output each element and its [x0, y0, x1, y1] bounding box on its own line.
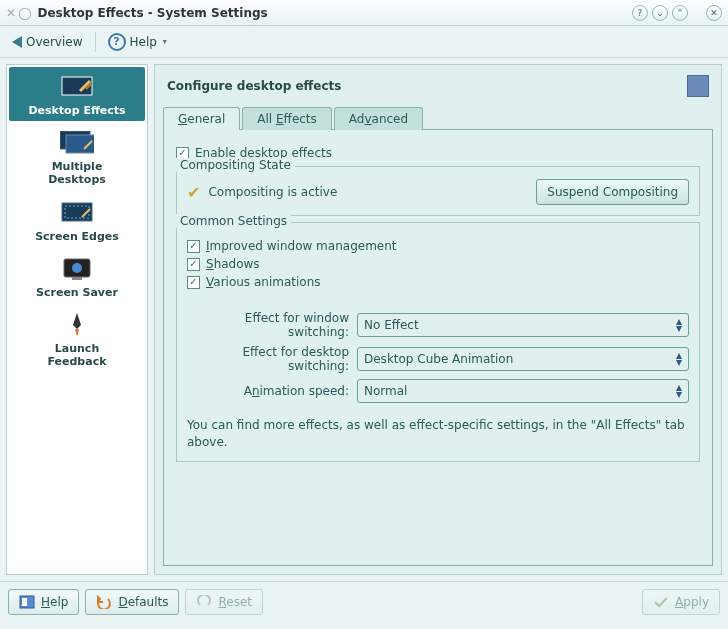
help-toolbar-button[interactable]: ? Help ▾ [104, 31, 171, 53]
animation-speed-value: Normal [364, 384, 676, 398]
undo-icon [96, 595, 112, 609]
titlebar-menu-icons: ✕ ◯ [6, 6, 32, 20]
shadows-checkbox[interactable] [187, 258, 200, 271]
tab-general[interactable]: General [163, 107, 240, 130]
sidebar-item-label: Desktop Effects [11, 104, 143, 117]
sidebar-item-screen-saver[interactable]: Screen Saver [9, 249, 145, 303]
desktop-switching-label: Effect for desktop switching: [187, 345, 357, 373]
animations-label: Various animations [206, 275, 321, 289]
compositing-group: ✔ Compositing is active Suspend Composit… [176, 166, 700, 216]
toolbar: Overview ? Help ▾ [0, 26, 728, 58]
screen-saver-icon [60, 257, 94, 281]
sidebar-item-label: LaunchFeedback [11, 342, 143, 368]
launch-feedback-icon [65, 311, 89, 339]
compositing-group-label: Compositing State [176, 158, 295, 172]
overview-label: Overview [26, 35, 83, 49]
close-button[interactable]: ✕ [706, 5, 722, 21]
desktop-effects-header-icon [687, 75, 709, 97]
help-button[interactable]: Help [8, 589, 79, 615]
sidebar-item-label: MultipleDesktops [11, 160, 143, 186]
tab-body-general: Enable desktop effects Compositing State… [163, 130, 713, 566]
animation-speed-select[interactable]: Normal ▴▾ [357, 379, 689, 403]
spinner-arrows-icon: ▴▾ [676, 318, 682, 332]
multiple-desktops-icon [60, 131, 94, 155]
help-book-icon [19, 595, 35, 609]
sidebar-item-label: Screen Saver [11, 286, 143, 299]
svg-point-7 [72, 263, 82, 273]
chevron-down-icon: ▾ [163, 37, 167, 46]
compositing-status: Compositing is active [208, 185, 528, 199]
window-switching-value: No Effect [364, 318, 676, 332]
app-menu-icon[interactable]: ◯ [18, 6, 31, 20]
bottom-bar: Help Defaults Reset Apply [0, 581, 728, 621]
page-title: Configure desktop effects [167, 79, 687, 93]
main-area: Desktop Effects MultipleDesktops Screen … [0, 58, 728, 581]
desktop-switching-value: Desktop Cube Animation [364, 352, 676, 366]
reset-icon [196, 595, 212, 609]
sidebar-item-label: Screen Edges [11, 230, 143, 243]
spinner-arrows-icon: ▴▾ [676, 384, 682, 398]
shadows-label: Shadows [206, 257, 260, 271]
sidebar-item-desktop-effects[interactable]: Desktop Effects [9, 67, 145, 121]
titlebar: ✕ ◯ Desktop Effects - System Settings ? … [0, 0, 728, 26]
minimize-button[interactable]: ⌄ [652, 5, 668, 21]
reset-button: Reset [185, 589, 263, 615]
svg-rect-9 [22, 598, 27, 606]
common-settings-group: Improved window management Shadows Vario… [176, 222, 700, 462]
sidebar-item-launch-feedback[interactable]: LaunchFeedback [9, 305, 145, 372]
sidebar-item-multiple-desktops[interactable]: MultipleDesktops [9, 123, 145, 190]
hint-text: You can find more effects, as well as ef… [187, 417, 689, 451]
apply-check-icon [653, 595, 669, 609]
window-switching-select[interactable]: No Effect ▴▾ [357, 313, 689, 337]
screen-edges-icon [60, 201, 94, 225]
animation-speed-label: Animation speed: [187, 384, 357, 398]
svg-rect-6 [72, 277, 82, 280]
improved-window-label: Improved window management [206, 239, 397, 253]
svg-rect-0 [62, 77, 92, 95]
sidebar: Desktop Effects MultipleDesktops Screen … [6, 64, 148, 575]
help-titlebar-button[interactable]: ? [632, 5, 648, 21]
window-switching-label: Effect for window switching: [187, 311, 357, 339]
back-arrow-icon [12, 36, 22, 48]
overview-button[interactable]: Overview [8, 33, 87, 51]
content-panel: Configure desktop effects General All Ef… [154, 64, 722, 575]
sidebar-item-screen-edges[interactable]: Screen Edges [9, 193, 145, 247]
tab-all-effects[interactable]: All Effects [242, 107, 332, 130]
tabstrip: General All Effects Advanced [155, 107, 721, 130]
desktop-effects-icon [60, 75, 94, 99]
check-icon: ✔ [187, 183, 200, 202]
maximize-button[interactable]: ⌃ [672, 5, 688, 21]
wrench-icon: ✕ [6, 6, 16, 20]
desktop-switching-select[interactable]: Desktop Cube Animation ▴▾ [357, 347, 689, 371]
help-icon: ? [108, 33, 126, 51]
improved-window-checkbox[interactable] [187, 240, 200, 253]
content-header: Configure desktop effects [155, 65, 721, 107]
apply-button: Apply [642, 589, 720, 615]
animations-checkbox[interactable] [187, 276, 200, 289]
window-title: Desktop Effects - System Settings [38, 6, 268, 20]
defaults-button[interactable]: Defaults [85, 589, 179, 615]
help-label: Help [130, 35, 157, 49]
suspend-compositing-button[interactable]: Suspend Compositing [536, 179, 689, 205]
spinner-arrows-icon: ▴▾ [676, 352, 682, 366]
common-settings-group-label: Common Settings [176, 214, 291, 228]
tab-advanced[interactable]: Advanced [334, 107, 423, 130]
